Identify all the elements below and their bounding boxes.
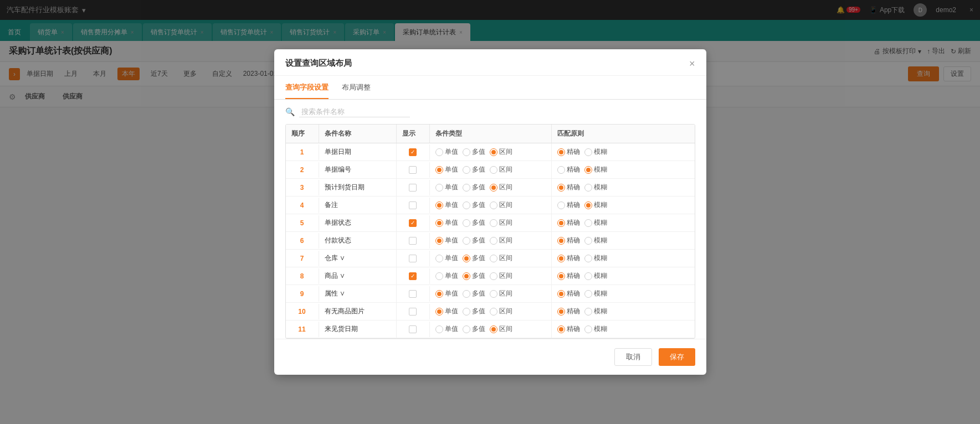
modal-tab-layout[interactable]: 布局调整 bbox=[342, 82, 371, 99]
modal-tab-fields[interactable]: 查询字段设置 bbox=[285, 82, 329, 99]
modal-overlay: 设置查询区域布局 × 查询字段设置 布局调整 🔍 顺序 条件名称 显示 条件类型 bbox=[0, 0, 980, 107]
search-input[interactable] bbox=[299, 106, 410, 107]
modal-title: 设置查询区域布局 bbox=[285, 58, 352, 69]
modal-tabs: 查询字段设置 布局调整 bbox=[274, 76, 706, 100]
modal-close-button[interactable]: × bbox=[689, 59, 695, 69]
modal-header: 设置查询区域布局 × bbox=[274, 49, 706, 76]
modal: 设置查询区域布局 × 查询字段设置 布局调整 🔍 顺序 条件名称 显示 条件类型 bbox=[274, 49, 706, 107]
modal-search-area: 🔍 bbox=[274, 100, 706, 107]
